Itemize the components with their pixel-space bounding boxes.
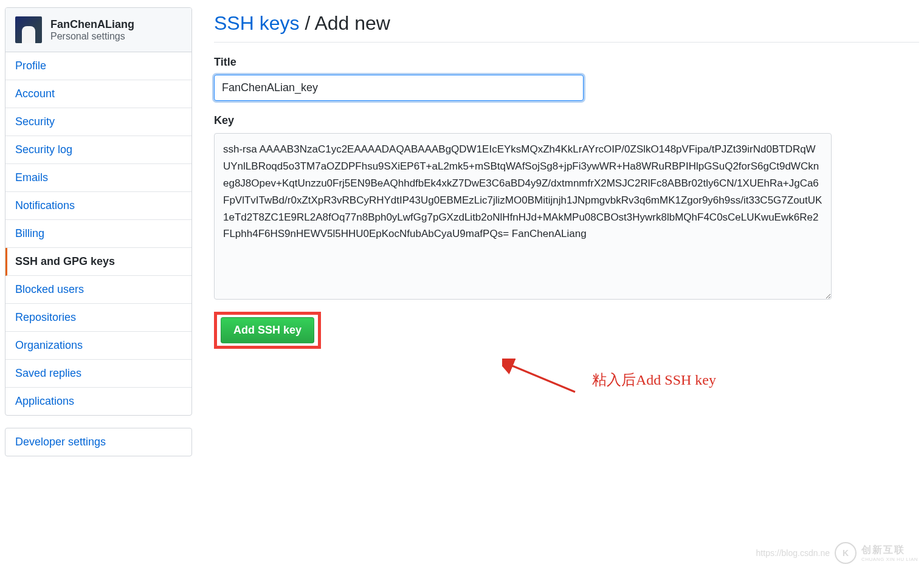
- watermark-url: https://blog.csdn.ne: [756, 548, 830, 558]
- sidebar-item-profile[interactable]: Profile: [5, 52, 191, 80]
- sidebar-item-developer-settings[interactable]: Developer settings: [5, 428, 192, 456]
- sidebar-item-security-log[interactable]: Security log: [5, 136, 191, 164]
- title-input[interactable]: [214, 75, 584, 101]
- watermark-en: CHUANG XIN HU LIAN: [861, 557, 918, 562]
- annotation-text: 粘入后Add SSH key: [592, 370, 716, 390]
- avatar: [15, 16, 42, 43]
- sidebar-item-repositories[interactable]: Repositories: [5, 304, 191, 332]
- sidebar-item-emails[interactable]: Emails: [5, 164, 191, 192]
- watermark-logo-icon: K: [835, 542, 857, 564]
- title-label: Title: [214, 56, 919, 69]
- sidebar-item-account[interactable]: Account: [5, 80, 191, 108]
- breadcrumb-sep: /: [299, 12, 314, 34]
- arrow-icon: [502, 359, 581, 401]
- key-textarea[interactable]: [214, 133, 832, 300]
- sidebar-item-applications[interactable]: Applications: [5, 388, 191, 415]
- sidebar-item-billing[interactable]: Billing: [5, 220, 191, 248]
- sidebar-item-blocked-users[interactable]: Blocked users: [5, 276, 191, 304]
- breadcrumb-current: Add new: [314, 12, 390, 34]
- sidebar-user-nav: FanChenALiang Personal settings Profile …: [5, 7, 192, 416]
- sidebar: FanChenALiang Personal settings Profile …: [5, 7, 192, 563]
- watermark-cn: 创新互联: [861, 544, 918, 557]
- main-content: SSH keys / Add new Title Key Add SSH key…: [192, 7, 919, 563]
- svg-line-0: [509, 365, 575, 392]
- sidebar-item-security[interactable]: Security: [5, 108, 191, 136]
- highlight-box: Add SSH key: [214, 312, 321, 349]
- user-name: FanChenALiang: [50, 18, 134, 31]
- watermark: https://blog.csdn.ne K 创新互联 CHUANG XIN H…: [756, 542, 918, 564]
- breadcrumb-link[interactable]: SSH keys: [214, 12, 299, 34]
- page-title: SSH keys / Add new: [214, 12, 919, 43]
- sidebar-item-saved-replies[interactable]: Saved replies: [5, 360, 191, 388]
- sidebar-item-organizations[interactable]: Organizations: [5, 332, 191, 360]
- user-sub: Personal settings: [50, 31, 134, 42]
- user-header: FanChenALiang Personal settings: [5, 8, 191, 52]
- key-label: Key: [214, 114, 919, 127]
- sidebar-item-notifications[interactable]: Notifications: [5, 192, 191, 220]
- annotation: 粘入后Add SSH key: [502, 359, 716, 401]
- sidebar-item-ssh-gpg-keys[interactable]: SSH and GPG keys: [5, 248, 191, 276]
- add-ssh-key-button[interactable]: Add SSH key: [221, 317, 314, 343]
